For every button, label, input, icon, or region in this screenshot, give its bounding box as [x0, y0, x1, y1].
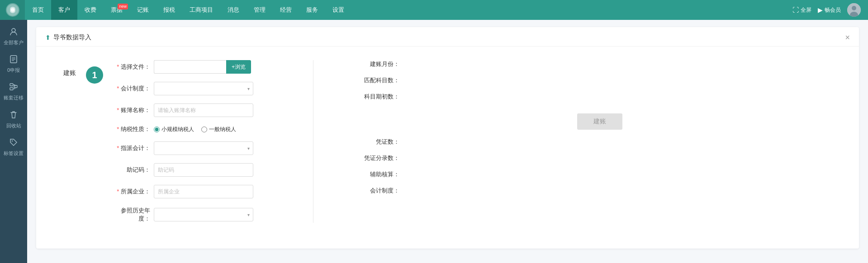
- tax-small-radio[interactable]: [154, 127, 160, 132]
- trash-icon: [9, 110, 18, 122]
- file-path-input[interactable]: [154, 60, 226, 74]
- nav-right-actions: ⛶ 全屏 ▶ 畅会员: [792, 3, 868, 17]
- right-fields: 建账月份： 匹配科目数： 科目期初数：: [359, 60, 841, 101]
- card-header: ⬆ 导爷数据导入 ×: [36, 27, 859, 47]
- sidebar-item-recycle-bin-label: 回收站: [6, 123, 21, 129]
- main-content: ⬆ 导爷数据导入 × 建账 1 选择文件：: [27, 20, 868, 263]
- build-month-label: 建账月份：: [359, 60, 399, 68]
- logo-icon: [6, 3, 19, 17]
- ledger-name-input[interactable]: [154, 103, 253, 117]
- fullscreen-icon: ⛶: [792, 6, 799, 14]
- accountant-select[interactable]: [154, 141, 253, 155]
- browse-button[interactable]: +浏览: [226, 60, 251, 74]
- select-file-label: 选择文件：: [114, 63, 150, 71]
- close-button[interactable]: ×: [845, 33, 850, 42]
- tax-small-radio-item[interactable]: 小规模纳税人: [154, 126, 194, 133]
- accounting-system-row: 会计制度： ▾: [114, 82, 295, 95]
- nav-tax[interactable]: 报税: [156, 0, 182, 20]
- step-label: 建账: [63, 69, 76, 77]
- ledger-name-row: 账簿名称：: [114, 103, 295, 117]
- history-year-label: 参照历史年度：: [114, 207, 150, 223]
- tax-small-label: 小规模纳税人: [161, 126, 194, 133]
- sidebar-item-all-customers[interactable]: 全部客户: [1, 23, 26, 49]
- sidebar-item-zero-declare-label: 0申报: [7, 67, 20, 73]
- right-accounting-system-row: 会计制度：: [359, 187, 841, 195]
- nav-home[interactable]: 首页: [25, 0, 51, 20]
- match-subject-label: 匹配科目数：: [359, 76, 399, 85]
- step-circle: 1: [86, 66, 103, 84]
- accounting-system-label: 会计制度：: [114, 85, 150, 93]
- sidebar-item-tag-settings[interactable]: 标签设置: [1, 134, 26, 160]
- build-month-row: 建账月份：: [359, 60, 841, 68]
- nav-invoice[interactable]: 票据 new: [104, 0, 130, 20]
- right-fields-2: 凭证数： 凭证分录数： 辅助核算： 会计制度：: [359, 138, 841, 195]
- subject-init-label: 科目期初数：: [359, 93, 399, 101]
- svg-rect-12: [14, 85, 17, 88]
- build-btn-area: 建账: [359, 109, 841, 130]
- nav-service[interactable]: 服务: [299, 0, 325, 20]
- sidebar-item-all-customers-label: 全部客户: [4, 40, 24, 46]
- file-input-group: +浏览: [154, 60, 251, 74]
- declare-icon: [9, 55, 18, 66]
- tax-general-label: 一般纳税人: [209, 126, 236, 133]
- sidebar-item-account-migrate[interactable]: 账套迁移: [1, 79, 26, 104]
- new-badge: new: [118, 4, 128, 9]
- form-left: 建账 1 选择文件： +浏览: [63, 60, 295, 223]
- nav-management[interactable]: 管理: [247, 0, 273, 20]
- voucher-label: 凭证数：: [359, 138, 399, 146]
- memo-code-label: 助记码：: [114, 166, 150, 174]
- nav-settings[interactable]: 设置: [325, 0, 351, 20]
- nav-customer[interactable]: 客户: [51, 0, 77, 20]
- accounting-system-select[interactable]: [154, 82, 253, 95]
- avatar[interactable]: [847, 3, 861, 17]
- fullscreen-button[interactable]: ⛶ 全屏: [792, 6, 811, 14]
- history-year-select-wrapper: ▾: [154, 208, 253, 221]
- select-file-row: 选择文件： +浏览: [114, 60, 295, 74]
- accountant-select-wrapper: ▾: [154, 141, 253, 155]
- form-layout: 建账 1 选择文件： +浏览: [36, 47, 859, 232]
- svg-point-3: [852, 6, 856, 10]
- company-input[interactable]: [154, 185, 253, 198]
- card-title: ⬆ 导爷数据导入: [45, 33, 91, 42]
- ledger-name-label: 账簿名称：: [114, 106, 150, 114]
- nav-commerce[interactable]: 工商项目: [182, 0, 220, 20]
- company-label: 所属企业：: [114, 188, 150, 196]
- aux-accounting-row: 辅助核算：: [359, 170, 841, 178]
- nav-operation[interactable]: 经营: [273, 0, 299, 20]
- build-account-button[interactable]: 建账: [577, 113, 622, 130]
- svg-point-5: [12, 28, 15, 32]
- svg-point-1: [11, 8, 14, 12]
- right-accounting-system-label: 会计制度：: [359, 187, 399, 195]
- match-subject-row: 匹配科目数：: [359, 76, 841, 85]
- svg-point-13: [12, 141, 13, 141]
- history-year-row: 参照历史年度： ▾: [114, 207, 295, 223]
- nav-fee[interactable]: 收费: [77, 0, 104, 20]
- sidebar: 全部客户 0申报 账套迁移: [0, 20, 27, 263]
- svg-rect-10: [10, 84, 13, 86]
- app-logo[interactable]: [0, 0, 25, 20]
- user-icon: [9, 27, 18, 38]
- nav-bookkeeping[interactable]: 记账: [130, 0, 156, 20]
- tax-general-radio-item[interactable]: 一般纳税人: [201, 126, 236, 133]
- migrate-icon: [9, 82, 18, 94]
- import-card: ⬆ 导爷数据导入 × 建账 1 选择文件：: [36, 27, 859, 249]
- memo-code-row: 助记码：: [114, 163, 295, 177]
- sidebar-item-recycle-bin[interactable]: 回收站: [1, 107, 26, 132]
- upload-icon: ⬆: [45, 34, 51, 41]
- history-year-select[interactable]: [154, 208, 253, 221]
- sidebar-item-zero-declare[interactable]: 0申报: [1, 51, 26, 77]
- nav-message[interactable]: 消息: [220, 0, 247, 20]
- svg-rect-11: [10, 88, 13, 90]
- voucher-entries-row: 凭证分录数：: [359, 154, 841, 162]
- vip-button[interactable]: ▶ 畅会员: [818, 6, 841, 14]
- tax-type-row: 纳税性质： 小规模纳税人 一般纳税人: [114, 125, 295, 133]
- vip-icon: ▶: [818, 6, 823, 14]
- main-layout: 全部客户 0申报 账套迁移: [0, 20, 868, 263]
- assign-accountant-row: 指派会计： ▾: [114, 141, 295, 155]
- tax-general-radio[interactable]: [201, 127, 207, 132]
- sidebar-item-account-migrate-label: 账套迁移: [4, 95, 24, 101]
- top-navigation: 首页 客户 收费 票据 new 记账 报税 工商项目 消息 管理 经营 服务 设…: [0, 0, 868, 20]
- nav-menu: 首页 客户 收费 票据 new 记账 报税 工商项目 消息 管理 经营 服务 设…: [25, 0, 792, 20]
- tag-icon: [9, 138, 18, 149]
- memo-code-input[interactable]: [154, 163, 253, 177]
